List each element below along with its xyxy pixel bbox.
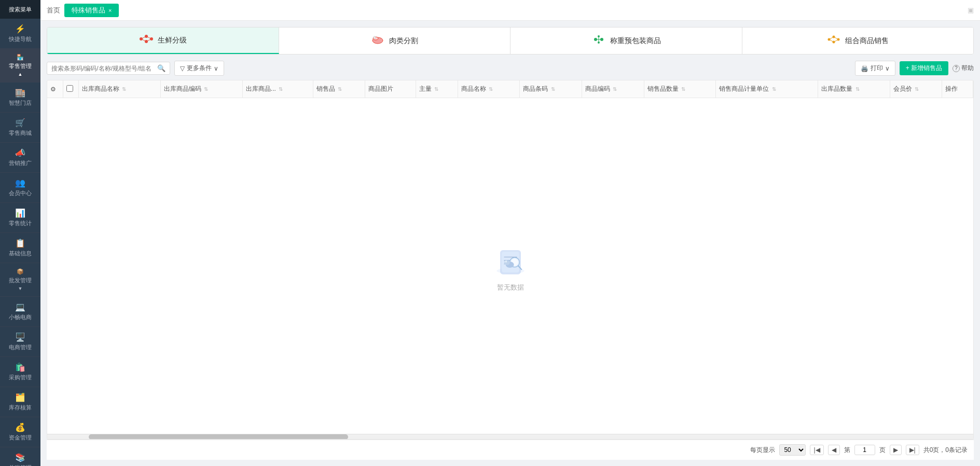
svg-line-24 [834, 39, 838, 42]
sidebar-item-smart-store[interactable]: 🏬 智慧门店 [0, 83, 40, 113]
sidebar-item-finance[interactable]: 💰 资金管理 [0, 417, 40, 447]
col-setting[interactable]: ⚙ [47, 80, 63, 98]
sort-icon: ⇅ [855, 86, 860, 92]
sidebar-item-label: 基础信息 [9, 250, 32, 257]
first-page-button[interactable]: |◀ [810, 445, 823, 455]
col-goods-name[interactable]: 商品名称 ⇅ [458, 80, 520, 98]
combo-sale-icon [826, 34, 841, 47]
base-info-icon: 📋 [15, 238, 25, 248]
col-out-goods-code[interactable]: 出库商品编码 ⇅ [160, 80, 242, 98]
mini-ecom-icon: 💻 [15, 302, 25, 312]
chevron-down-icon: ▼ [18, 286, 23, 291]
sidebar-item-quick-nav[interactable]: ⚡ 快捷导航 [0, 19, 40, 49]
sidebar-item-general-ledger[interactable]: 📚 总账管理 [0, 447, 40, 466]
col-checkbox[interactable] [63, 80, 78, 98]
active-tab[interactable]: 特殊销售品 × [64, 4, 119, 17]
sidebar-item-wholesale-mgmt[interactable]: 📦 批发管理 ▼ [0, 263, 40, 297]
page-label: 页 [879, 446, 886, 455]
chevron-down-icon: ▲ [18, 72, 23, 77]
fresh-grade-icon [139, 34, 154, 47]
col-out-goods-name[interactable]: 出库商品名称 ⇅ [78, 80, 160, 98]
sort-icon: ⇅ [613, 86, 617, 92]
add-label: + 新增销售品 [906, 64, 942, 73]
col-member-price[interactable]: 会员价 ⇅ [890, 80, 942, 98]
sidebar-item-mini-ecom[interactable]: 💻 小畅电商 [0, 297, 40, 327]
sidebar-item-retail-stats[interactable]: 📊 零售统计 [0, 203, 40, 233]
sidebar-item-label: 营销推广 [9, 159, 32, 167]
ecom-mgmt-icon: 🖥️ [15, 332, 25, 342]
retail-stats-icon: 📊 [15, 208, 25, 218]
sort-icon: ⇅ [338, 86, 342, 92]
col-goods-image[interactable]: 商品图片 [365, 80, 416, 98]
sort-icon: ⇅ [204, 86, 208, 92]
svg-point-10 [374, 36, 376, 38]
empty-text: 暂无数据 [497, 283, 524, 292]
col-goods-code[interactable]: 商品编码 ⇅ [582, 80, 644, 98]
help-label: 帮助 [961, 64, 974, 73]
inventory-icon: 🗂️ [15, 392, 25, 402]
col-sale-qty[interactable]: 销售品数量 ⇅ [644, 80, 716, 98]
tab-fresh-grade[interactable]: 生鲜分级 [47, 28, 279, 54]
sidebar-item-base-info[interactable]: 📋 基础信息 [0, 233, 40, 263]
sidebar-item-member-center[interactable]: 👥 会员中心 [0, 173, 40, 203]
filter-button[interactable]: ▽ 更多条件 ∨ [174, 61, 224, 76]
sort-icon: ⇅ [681, 86, 685, 92]
select-all-checkbox[interactable] [66, 85, 73, 92]
sidebar-item-inventory[interactable]: 🗂️ 库存核算 [0, 387, 40, 417]
sidebar-item-label: 采购管理 [9, 374, 32, 381]
search-input[interactable] [51, 65, 155, 72]
sort-icon: ⇅ [122, 86, 126, 92]
col-sale-goods[interactable]: 销售品 ⇅ [313, 80, 365, 98]
tab-meat-cut[interactable]: 肉类分割 [279, 28, 511, 54]
retail-mall-icon: 🛒 [15, 118, 25, 128]
next-page-button[interactable]: ▶ [890, 445, 902, 455]
col-sale-unit[interactable]: 销售商品计量单位 ⇅ [716, 80, 818, 98]
tab-close-icon[interactable]: × [108, 7, 112, 13]
sort-icon: ⇅ [915, 86, 919, 92]
col-out-goods-spec[interactable]: 出库商品... ⇅ [242, 80, 313, 98]
print-button[interactable]: 🖨️ 打印 ∨ [855, 61, 895, 76]
sidebar-item-label: 快捷导航 [9, 35, 32, 43]
chevron-down-icon: ∨ [214, 65, 218, 72]
filter-icon: ▽ [180, 65, 185, 72]
last-page-button[interactable]: ▶| [906, 445, 919, 455]
sidebar-item-retail-mgmt[interactable]: 🏪 零售管理 ▲ [0, 49, 40, 83]
filter-label: 更多条件 [187, 64, 212, 73]
tab-combo-sale[interactable]: 组合商品销售 [742, 28, 974, 54]
top-right-icon: ▣ [968, 6, 974, 14]
sales-promo-icon: 📣 [15, 148, 25, 158]
sidebar-item-retail-mall[interactable]: 🛒 零售商城 [0, 113, 40, 143]
sidebar-item-ecom-mgmt[interactable]: 🖥️ 电商管理 [0, 327, 40, 357]
per-page-select[interactable]: 50 10 20 100 [779, 444, 806, 456]
col-goods-barcode[interactable]: 商品条码 ⇅ [520, 80, 582, 98]
sort-icon: ⇅ [489, 86, 493, 92]
help-button[interactable]: ? 帮助 [953, 64, 974, 73]
empty-state: 暂无数据 [47, 98, 973, 434]
add-sale-button[interactable]: + 新增销售品 [900, 61, 948, 75]
scrollbar-thumb[interactable] [89, 434, 348, 440]
search-input-wrap[interactable]: 🔍 [47, 62, 170, 75]
tab-weigh-pack[interactable]: 称重预包装商品 [510, 28, 742, 54]
sidebar-item-sales-promo[interactable]: 📣 营销推广 [0, 143, 40, 173]
active-tab-label: 特殊销售品 [72, 6, 105, 15]
chevron-down-icon: ∨ [885, 65, 890, 72]
svg-line-21 [829, 37, 834, 39]
horizontal-scrollbar[interactable] [47, 434, 973, 439]
sidebar-item-label: 会员中心 [9, 189, 32, 197]
per-page-label: 每页显示 [750, 446, 775, 455]
tab-combo-sale-label: 组合商品销售 [845, 36, 889, 46]
page-number-input[interactable] [854, 445, 875, 455]
wholesale-mgmt-icon: 📦 [17, 268, 24, 275]
sort-icon: ⇅ [434, 86, 438, 92]
quick-nav-icon: ⚡ [15, 24, 25, 34]
prev-page-button[interactable]: ◀ [828, 445, 840, 455]
breadcrumb-home[interactable]: 首页 [47, 6, 60, 15]
sidebar-item-purchase-mgmt[interactable]: 🛍️ 采购管理 [0, 357, 40, 387]
sidebar-logo[interactable]: 搜索菜单 [0, 0, 40, 19]
empty-illustration [490, 240, 531, 283]
col-out-qty[interactable]: 出库品数量 ⇅ [818, 80, 890, 98]
col-weight[interactable]: 主量 ⇅ [416, 80, 458, 98]
type-tabs: 生鲜分级 肉类分割 [47, 27, 974, 54]
help-circle-icon: ? [953, 65, 960, 72]
sidebar-logo-text: 搜索菜单 [9, 6, 32, 13]
